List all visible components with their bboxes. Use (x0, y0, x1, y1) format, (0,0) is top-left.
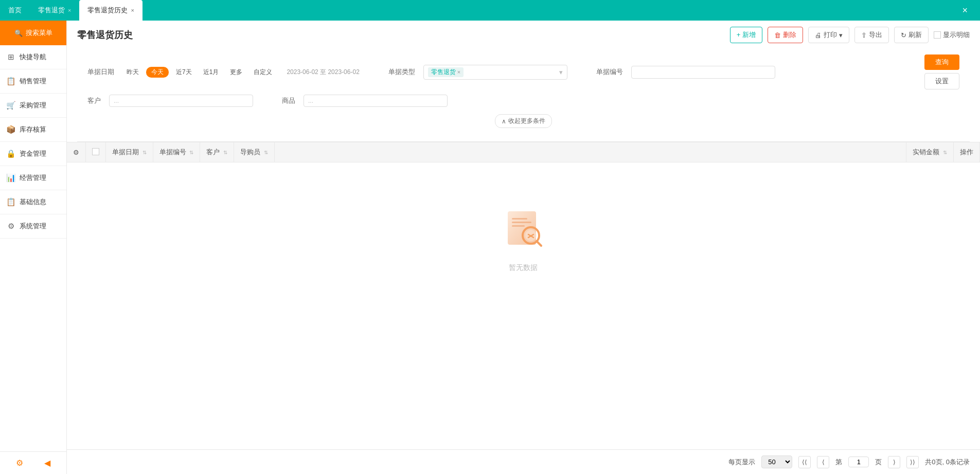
page-go-label: 第 (835, 458, 842, 467)
th-guide: 导购员 ⇅ (234, 142, 274, 162)
next-page-button[interactable]: ⟩ (888, 456, 900, 468)
sort-amount-icon[interactable]: ⇅ (943, 150, 947, 155)
empty-illustration (497, 204, 549, 255)
delete-button[interactable]: 🗑 删除 (768, 27, 803, 43)
sidebar-bottom: ⚙ ◀ (0, 451, 66, 474)
tab-retail-return-history[interactable]: 零售退货历史× (79, 0, 142, 21)
tab-close-retail-return[interactable]: × (68, 7, 71, 13)
sort-customer-icon[interactable]: ⇅ (223, 150, 227, 155)
tab-list: 首页零售退货×零售退货历史× (0, 0, 958, 21)
tab-label-home: 首页 (8, 6, 22, 15)
nav-label-stock-calc: 库存核算 (20, 125, 46, 134)
sidebar-item-ops-mgmt[interactable]: 📊 经营管理 (0, 166, 66, 190)
goods-label: 商品 (282, 96, 295, 105)
select-all-checkbox[interactable] (92, 148, 99, 155)
date-range-display: 2023-06-02 至 2023-06-02 (287, 68, 359, 77)
sidebar-item-finance-mgmt[interactable]: 🔒 资金管理 (0, 142, 66, 166)
search-icon: 🔍 (14, 29, 23, 37)
content-area: 零售退货历史 + 新增 🗑 删除 🖨 打印 ▾ ⇧ 导出 (67, 21, 980, 474)
table-header-row: ⚙ 单据日期 ⇅ 单据编号 ⇅ (67, 142, 980, 162)
tab-home[interactable]: 首页 (0, 0, 30, 21)
last-page-button[interactable]: ⟩⟩ (906, 456, 919, 468)
nav-icon-ops-mgmt: 📊 (6, 173, 15, 183)
bill-type-tag-close[interactable]: × (457, 69, 460, 75)
window-close-icon[interactable]: × (958, 3, 972, 18)
th-gear[interactable]: ⚙ (67, 142, 86, 162)
sidebar-item-purchase-mgmt[interactable]: 🛒 采购管理 (0, 94, 66, 118)
nav-icon-sys-mgmt: ⚙ (6, 222, 15, 231)
tab-label-retail-return: 零售退货 (38, 6, 65, 15)
sidebar-item-sys-mgmt[interactable]: ⚙ 系统管理 (0, 214, 66, 239)
goods-select[interactable]: ... (304, 95, 448, 107)
print-icon: 🖨 (815, 31, 822, 39)
show-detail-toggle[interactable]: 显示明细 (934, 30, 970, 40)
date-btn-近1月[interactable]: 近1月 (199, 67, 223, 78)
prev-page-button[interactable]: ⟨ (817, 456, 829, 468)
export-button[interactable]: ⇧ 导出 (854, 27, 889, 43)
nav-icon-stock-calc: 📦 (6, 125, 15, 134)
column-settings-icon[interactable]: ⚙ (73, 149, 79, 156)
refresh-button[interactable]: ↻ 刷新 (894, 27, 929, 43)
bill-type-select[interactable]: 零售退货 × ▾ (423, 65, 567, 80)
table-area: ⚙ 单据日期 ⇅ 单据编号 ⇅ (67, 142, 980, 449)
page-suffix-label: 页 (875, 458, 882, 467)
first-page-button[interactable]: ⟨⟨ (798, 456, 811, 468)
collapse-sidebar-icon[interactable]: ◀ (44, 458, 50, 468)
date-btn-近7天[interactable]: 近7天 (172, 67, 196, 78)
per-page-label: 每页显示 (728, 458, 755, 467)
bill-no-label: 单据编号 (596, 67, 623, 77)
customer-select[interactable]: ... (109, 95, 253, 107)
per-page-select[interactable]: 50 10 20 100 (761, 455, 792, 468)
sidebar-item-quick-nav[interactable]: ⊞ 快捷导航 (0, 45, 66, 69)
table-header: ⚙ 单据日期 ⇅ 单据编号 ⇅ (67, 142, 980, 162)
sidebar-item-stock-calc[interactable]: 📦 库存核算 (0, 118, 66, 142)
filter-row-2: 客户 ... 商品 ... (87, 95, 959, 107)
delete-icon: 🗑 (774, 31, 781, 39)
th-spacer (274, 142, 906, 162)
filter-settings-button[interactable]: 设置 (924, 73, 959, 89)
filter-area: 单据日期 昨天今天近7天近1月更多自定义 2023-06-02 至 2023-0… (77, 49, 970, 142)
query-button[interactable]: 查询 (924, 54, 959, 70)
nav-label-basic-info: 基础信息 (20, 197, 46, 207)
print-dropdown-icon: ▾ (839, 31, 843, 39)
date-btn-今天[interactable]: 今天 (146, 67, 169, 78)
nav-label-quick-nav: 快捷导航 (20, 52, 46, 62)
table-body: 暂无数据 (67, 162, 980, 314)
sidebar-item-basic-info[interactable]: 📋 基础信息 (0, 190, 66, 214)
settings-icon[interactable]: ⚙ (16, 458, 23, 468)
collapse-filter-button[interactable]: ∧ 收起更多条件 (495, 114, 552, 128)
bill-no-input[interactable] (631, 66, 775, 79)
svg-rect-1 (512, 218, 527, 220)
date-filter-label: 单据日期 (87, 67, 114, 77)
date-btn-更多[interactable]: 更多 (226, 67, 246, 78)
sort-bill-date-icon[interactable]: ⇅ (142, 150, 147, 155)
nav-icon-basic-info: 📋 (6, 197, 15, 207)
page-header: 零售退货历史 + 新增 🗑 删除 🖨 打印 ▾ ⇧ 导出 (67, 21, 980, 142)
sidebar-nav: ⊞ 快捷导航 📋 销售管理 🛒 采购管理 📦 库存核算 🔒 资金管理 📊 经营管… (0, 45, 66, 451)
tab-retail-return[interactable]: 零售退货× (30, 0, 79, 21)
nav-label-sales-mgmt: 销售管理 (20, 77, 46, 86)
page-number-input[interactable] (848, 457, 869, 467)
sort-guide-icon[interactable]: ⇅ (264, 150, 268, 155)
th-operation: 操作 (954, 142, 980, 162)
sidebar-search-button[interactable]: 🔍 搜索菜单 (0, 21, 66, 45)
pagination-bar: 每页显示 50 10 20 100 ⟨⟨ ⟨ 第 页 ⟩ ⟩⟩ 共0页, 0条记… (67, 449, 980, 474)
main-layout: 🔍 搜索菜单 ⊞ 快捷导航 📋 销售管理 🛒 采购管理 📦 库存核算 🔒 资金管… (0, 21, 980, 474)
new-button[interactable]: + 新增 (730, 27, 762, 43)
svg-rect-2 (512, 222, 531, 223)
sidebar: 🔍 搜索菜单 ⊞ 快捷导航 📋 销售管理 🛒 采购管理 📦 库存核算 🔒 资金管… (0, 21, 67, 474)
collapse-icon: ∧ (502, 118, 506, 125)
bill-type-dropdown-icon: ▾ (559, 68, 563, 76)
sort-bill-no-icon[interactable]: ⇅ (189, 150, 193, 155)
th-checkbox[interactable] (86, 142, 106, 162)
nav-icon-sales-mgmt: 📋 (6, 77, 15, 86)
empty-state-row: 暂无数据 (67, 162, 980, 314)
date-btn-昨天[interactable]: 昨天 (122, 67, 143, 78)
print-button[interactable]: 🖨 打印 ▾ (808, 27, 849, 43)
show-detail-checkbox[interactable] (934, 31, 941, 39)
data-table: ⚙ 单据日期 ⇅ 单据编号 ⇅ (67, 142, 980, 314)
tab-close-retail-return-history[interactable]: × (131, 7, 134, 13)
date-btn-自定义[interactable]: 自定义 (250, 67, 276, 78)
sidebar-item-sales-mgmt[interactable]: 📋 销售管理 (0, 69, 66, 94)
top-bar-right: × (958, 3, 980, 18)
